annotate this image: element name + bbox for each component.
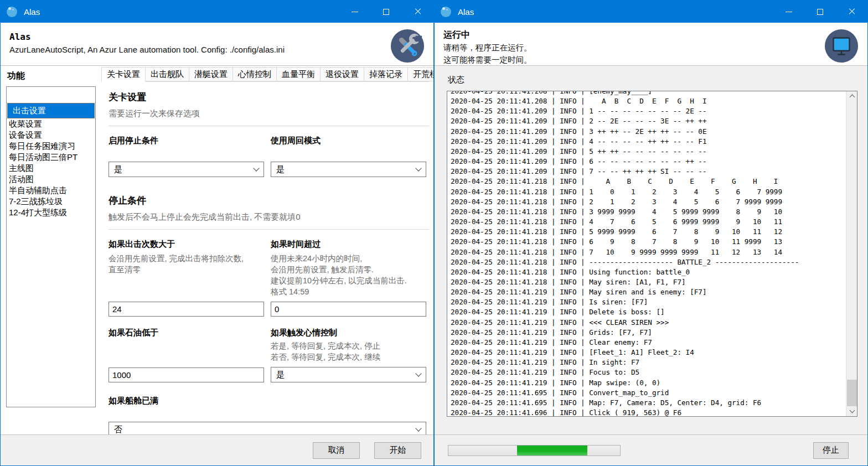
enable-stop-label: 启用停止条件 [108,136,264,146]
close-button[interactable] [836,1,867,23]
close-icon [414,8,422,15]
stop-condition-title: 停止条件 [108,194,429,207]
if-emotion-help: 若是, 等待回复, 完成本次, 停止 若否, 等待回复, 完成本次, 继续 [271,340,426,363]
chevron-down-icon [415,370,421,376]
minimize-icon [352,12,358,12]
window-title: Alas [458,7,474,17]
chevron-up-icon [849,95,855,100]
minimize-button[interactable] [773,1,804,23]
tools-icon [390,29,425,63]
running-line1: 请稍等，程序正在运行。 [443,43,824,53]
running-title: 运行中 [443,29,824,41]
minimize-button[interactable] [339,1,370,23]
sidebar-item-main-map[interactable]: 主线图 [7,163,95,174]
running-window: Alas 运行中 请稍等，程序正在运行。 这可能将需要一定时间。 状态 [434,0,868,466]
log-scrollbar[interactable] [846,91,857,416]
if-count-label: 如果出击次数大于 [108,239,264,250]
tab-pioneer-mode[interactable]: 开荒模式 [408,67,433,81]
if-time-help: 使用未来24小时内的时间, 会沿用先前设置, 触发后清零. 建议提前10分钟左右… [271,253,426,297]
running-line2: 这可能将需要一定时间。 [443,55,824,65]
if-count-input[interactable] [108,302,264,317]
sidebar-item-device-settings[interactable]: 设备设置 [7,130,95,141]
sidebar-item-12-4-leveling[interactable]: 12-4打大型练级 [7,207,95,218]
screen: Alas Alas AzurLaneAutoScript, An Azur La… [0,0,868,466]
alas-logo-icon [441,6,452,18]
scrollbar-thumb[interactable] [847,380,857,406]
tab-mood-control[interactable]: 心情控制 [233,67,277,81]
status-panel: 状态 2020-04-25 20:11:41.208 | INFO | [ene… [435,66,867,434]
progress-bar-fill [517,446,587,455]
sidebar-item-attack-settings[interactable]: 出击设置 [7,103,95,118]
titlebar[interactable]: Alas [1,1,433,23]
close-button[interactable] [402,1,433,23]
sidebar-item-harvest-settings[interactable]: 收菜设置 [7,118,95,130]
start-button[interactable]: 开始 [374,442,421,459]
scroll-up-button[interactable] [846,91,857,101]
if-time-input[interactable] [271,302,426,317]
settings-footer: 取消 开始 [1,434,433,465]
divider [108,126,429,126]
log-text: 2020-04-25 20:11:41.208 | INFO | [enemy_… [447,91,846,416]
window-title: Alas [24,7,40,17]
if-oil-label: 如果石油低于 [108,328,264,338]
cancel-button[interactable]: 取消 [313,442,360,459]
if-oil-input[interactable] [108,367,264,382]
sidebar-item-daily-hard-exercise[interactable]: 每日任务困难演习 [7,141,95,152]
section-desc: 需要运行一次来保存选项 [108,108,429,119]
app-header: Alas AzurLaneAutoScript, An Azur Lane au… [1,23,433,66]
chevron-down-icon [415,425,421,431]
function-sidebar: 功能 出击设置 收菜设置 设备设置 每日任务困难演习 每日活动图三倍PT 主线图… [1,66,101,434]
running-header: 运行中 请稍等，程序正在运行。 这可能将需要一定时间。 [435,23,867,66]
tab-drop-record[interactable]: 掉落记录 [364,67,408,81]
close-icon [848,8,856,15]
tab-retirement-settings[interactable]: 退役设置 [321,67,364,81]
running-footer: 停止 [435,434,867,465]
log-output: 2020-04-25 20:11:41.208 | INFO | [enemy_… [447,91,857,417]
stop-button[interactable]: 停止 [813,442,849,459]
sidebar-heading: 功能 [7,70,96,82]
section-title: 关卡设置 [108,91,429,103]
sidebar-item-event-map[interactable]: 活动图 [7,174,95,185]
stage-settings-panel: 关卡设置 需要运行一次来保存选项 启用停止条件 是 使用周回模式 [101,82,429,434]
app-subtitle: AzurLaneAutoScript, An Azur Lane automat… [9,45,390,54]
enable-stop-value: 是 [114,164,122,175]
status-label: 状态 [448,75,867,85]
tab-stage-settings[interactable]: 关卡设置 [101,67,146,82]
chevron-down-icon [849,408,855,413]
stop-condition-desc: 触发后不会马上停止会先完成当前出击, 不需要就填0 [108,212,429,222]
loop-mode-label: 使用周回模式 [271,136,426,146]
loop-mode-value: 是 [276,164,285,175]
minimize-icon [786,12,792,12]
monitor-icon [824,29,859,63]
progress-bar [448,445,621,456]
sidebar-item-daily-event-3x-pt[interactable]: 每日活动图三倍PT [7,152,95,163]
if-dock-value: 否 [114,424,122,435]
app-title: Alas [9,32,390,42]
alas-logo-icon [7,6,18,18]
maximize-button[interactable] [804,1,836,23]
tab-hp-balance[interactable]: 血量平衡 [277,67,321,81]
chevron-down-icon [415,165,421,171]
function-list: 出击设置 收菜设置 设备设置 每日任务困难演习 每日活动图三倍PT 主线图 活动… [6,86,96,407]
sidebar-item-7-2-farming[interactable]: 7-2三战拣垃圾 [7,196,95,207]
if-emotion-label: 如果触发心情控制 [271,328,426,338]
if-dock-select[interactable]: 否 [108,422,426,434]
scroll-down-button[interactable] [846,407,857,416]
chevron-down-icon [253,165,259,171]
if-time-label: 如果时间超过 [271,239,426,250]
settings-window: Alas Alas AzurLaneAutoScript, An Azur La… [0,0,434,466]
tab-submarine-settings[interactable]: 潜艇设置 [189,67,233,81]
divider [108,229,429,230]
if-emotion-select[interactable]: 是 [271,367,426,382]
if-dock-label: 如果船舱已满 [108,396,429,406]
if-emotion-value: 是 [276,370,285,380]
maximize-icon [817,9,823,15]
tab-attack-fleet[interactable]: 出击舰队 [146,67,189,81]
loop-mode-select[interactable]: 是 [271,162,426,177]
settings-tabbar: 关卡设置 出击舰队 潜艇设置 心情控制 血量平衡 退役设置 掉落记录 开荒模式 [101,67,429,82]
sidebar-item-semi-auto-click[interactable]: 半自动辅助点击 [7,185,95,196]
titlebar[interactable]: Alas [435,1,867,23]
if-count-help: 会沿用先前设置, 完成出击将扣除次数, 直至清零 [108,253,264,275]
enable-stop-select[interactable]: 是 [108,162,264,177]
maximize-button[interactable] [370,1,402,23]
